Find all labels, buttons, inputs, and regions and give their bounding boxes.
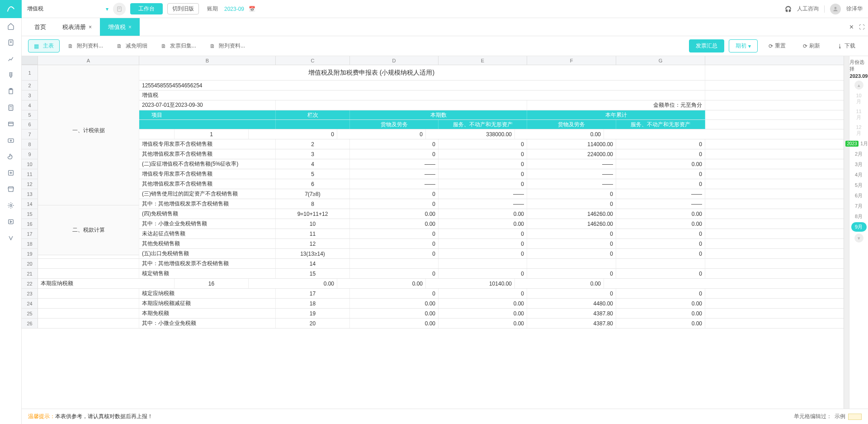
row-header[interactable]: 6: [22, 120, 38, 129]
cell[interactable]: 0: [439, 269, 527, 278]
month-item-current[interactable]: 9月: [851, 222, 867, 232]
row-header[interactable]: 14: [22, 199, 38, 209]
cell[interactable]: 8: [276, 199, 350, 209]
cell[interactable]: 15: [276, 269, 350, 278]
cell[interactable]: 0.00: [439, 319, 527, 328]
cell[interactable]: 17: [276, 289, 350, 298]
cell[interactable]: 其中：小微企业免税额: [139, 319, 276, 328]
cell[interactable]: 4387.80: [527, 319, 616, 328]
cell[interactable]: ——: [350, 179, 439, 189]
cell[interactable]: 0: [616, 239, 705, 248]
cell[interactable]: 0.00: [616, 219, 705, 229]
month-item[interactable]: 10月: [851, 91, 867, 106]
cell[interactable]: 11: [276, 229, 350, 238]
subtab-reduce[interactable]: 🗎减免明细: [111, 40, 153, 52]
row-header[interactable]: 8: [22, 139, 38, 149]
cell[interactable]: 0.00: [350, 209, 439, 219]
tab-vat[interactable]: 增值税×: [100, 18, 140, 36]
row-header[interactable]: 22: [22, 279, 38, 288]
cell[interactable]: 0: [439, 159, 527, 169]
cell[interactable]: 本期应纳税额减征额: [139, 299, 276, 308]
cell[interactable]: 0: [527, 199, 616, 209]
invoice-summary-button[interactable]: 发票汇总: [689, 39, 724, 52]
cell[interactable]: 0.00: [439, 309, 527, 318]
cell[interactable]: ——: [527, 179, 616, 189]
cell[interactable]: 0.00: [439, 219, 527, 229]
cell[interactable]: 146260.00: [527, 219, 616, 229]
user-avatar-icon[interactable]: [830, 4, 841, 14]
row-header[interactable]: 23: [22, 289, 38, 298]
nav-video-icon[interactable]: [0, 214, 22, 230]
cell[interactable]: 0.00: [350, 219, 439, 229]
nav-chart-icon[interactable]: [0, 51, 22, 67]
cell[interactable]: 10: [276, 219, 350, 229]
cell[interactable]: 0: [527, 289, 616, 298]
col-header[interactable]: C: [276, 56, 350, 65]
row-header[interactable]: 20: [22, 259, 38, 268]
cell[interactable]: 0.00: [439, 209, 527, 219]
reset-button[interactable]: ⟳重置: [762, 40, 792, 52]
subtab-attach1[interactable]: 🗎附列资料...: [62, 40, 108, 52]
cell[interactable]: 0: [616, 139, 705, 149]
user-name[interactable]: 徐泽华: [846, 5, 863, 13]
cell[interactable]: 224000.00: [527, 149, 616, 159]
cell[interactable]: 0.00: [616, 159, 705, 169]
cell[interactable]: 18: [276, 299, 350, 308]
cell[interactable]: 0: [439, 249, 527, 258]
cell[interactable]: 0: [350, 289, 439, 298]
cell[interactable]: 9=10+11+12: [276, 209, 350, 219]
cell[interactable]: 0.00: [616, 299, 705, 308]
cell[interactable]: 0: [350, 239, 439, 248]
cell[interactable]: 0: [350, 199, 439, 209]
tab-tax-list[interactable]: 税表清册×: [54, 18, 100, 36]
cell[interactable]: 0: [616, 229, 705, 238]
cell[interactable]: 其他免税销售额: [139, 239, 276, 248]
fullscreen-icon[interactable]: ⛶: [859, 24, 864, 30]
cell[interactable]: 4480.00: [527, 299, 616, 308]
cell[interactable]: 核定应纳税额: [139, 289, 276, 298]
note-icon[interactable]: [113, 3, 126, 15]
col-header[interactable]: G: [616, 56, 705, 65]
cell[interactable]: 0.00: [515, 129, 604, 139]
nav-export-icon[interactable]: [0, 165, 22, 181]
nav-money-icon[interactable]: [0, 67, 22, 83]
cell[interactable]: 0.00: [439, 299, 527, 308]
refresh-button[interactable]: ⟳刷新: [797, 40, 826, 52]
workbench-button[interactable]: 工作台: [130, 3, 163, 14]
col-header[interactable]: E: [439, 56, 527, 65]
cell[interactable]: 146260.00: [527, 209, 616, 219]
cell[interactable]: (五)出口免税销售额: [139, 249, 276, 258]
period-value[interactable]: 2023-09: [224, 6, 244, 12]
subtab-main[interactable]: ▦主表: [28, 39, 60, 52]
row-header[interactable]: 26: [22, 319, 38, 328]
month-item[interactable]: 4月: [851, 170, 867, 180]
cell[interactable]: 本期应纳税额: [38, 279, 175, 288]
cell[interactable]: 0.00: [616, 319, 705, 328]
cell[interactable]: 0: [527, 229, 616, 238]
nav-home-icon[interactable]: [0, 18, 22, 34]
cell[interactable]: 0: [439, 229, 527, 238]
row-header[interactable]: 19: [22, 249, 38, 258]
cell[interactable]: 20: [276, 319, 350, 328]
month-prev-icon[interactable]: ▴: [854, 81, 863, 90]
cell[interactable]: 本期免税额: [139, 309, 276, 318]
cell[interactable]: ——: [350, 159, 439, 169]
col-header[interactable]: B: [139, 56, 276, 65]
cell[interactable]: 0: [616, 269, 705, 278]
cell[interactable]: [527, 259, 616, 268]
cell[interactable]: 0: [350, 189, 439, 199]
consult-link[interactable]: 人工咨询: [797, 5, 819, 13]
cell[interactable]: 0: [616, 249, 705, 258]
cell[interactable]: 0: [439, 289, 527, 298]
cell[interactable]: ——: [350, 169, 439, 179]
row-header[interactable]: 5: [22, 110, 38, 119]
cell[interactable]: 其他增值税发票不含税销售额: [139, 179, 276, 189]
cell[interactable]: 0.00: [616, 209, 705, 219]
row-header[interactable]: 18: [22, 239, 38, 248]
cell[interactable]: 0: [439, 239, 527, 248]
cell[interactable]: (四)免税销售额: [139, 209, 276, 219]
cell[interactable]: 0.00: [249, 279, 337, 288]
month-item[interactable]: 5月: [851, 181, 867, 190]
cell[interactable]: 0: [350, 139, 439, 149]
row-header[interactable]: 7: [22, 129, 38, 139]
